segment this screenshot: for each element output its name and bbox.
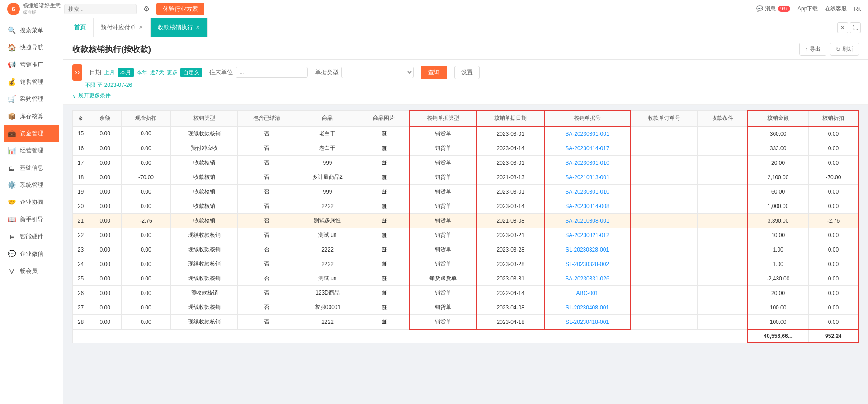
system-icon: ⚙️ bbox=[7, 181, 16, 189]
footer-verify-discount: 952.24 bbox=[808, 329, 859, 343]
row-receipt-order-no bbox=[630, 185, 698, 199]
row-verify-type: 预付冲应收 bbox=[171, 141, 238, 156]
row-verify-doc-no[interactable]: SL-20230328-002 bbox=[544, 257, 630, 271]
sidebar-item-operation[interactable]: 📊 经营管理 bbox=[0, 142, 63, 159]
tab-home[interactable]: 首页 bbox=[67, 18, 94, 37]
row-balance: 0.00 bbox=[89, 214, 122, 228]
row-include-settled: 否 bbox=[238, 126, 296, 141]
filter-date-range: 不限 至 2023-07-26 bbox=[72, 81, 859, 89]
row-verify-doc-no[interactable]: SA-20230331-026 bbox=[544, 271, 630, 286]
row-verify-doc-type: 销货单 bbox=[409, 242, 477, 257]
row-goods: 衣服00001 bbox=[296, 300, 359, 315]
sidebar-item-search[interactable]: 🔍 搜索菜单 bbox=[0, 22, 63, 39]
row-verify-doc-no[interactable]: SA-20210808-001 bbox=[544, 214, 630, 228]
sidebar-label-member: 畅会员 bbox=[20, 267, 38, 275]
sidebar-item-enterprise[interactable]: 🤝 企业协同 bbox=[0, 194, 63, 211]
main-content: 首页 预付冲应付单 ✕ 收款核销执行 ✕ ✕ ⛶ 收款核销执行(按收款) ↑ bbox=[63, 18, 868, 404]
row-balance: 0.00 bbox=[89, 170, 122, 185]
row-verify-discount: 0.00 bbox=[808, 315, 859, 330]
export-button[interactable]: ↑ 导出 bbox=[799, 43, 826, 56]
sidebar-item-sales[interactable]: 💰 销售管理 bbox=[0, 73, 63, 90]
row-verify-doc-no[interactable]: SA-20230314-008 bbox=[544, 199, 630, 214]
refresh-button[interactable]: ↻ 刷新 bbox=[830, 43, 859, 56]
this-month-link[interactable]: 本月 bbox=[118, 68, 134, 77]
row-verify-type: 收款核销 bbox=[171, 156, 238, 170]
online-service-link[interactable]: 在线客服 bbox=[825, 5, 847, 13]
table-footer-row: 40,556,66... 952.24 bbox=[73, 329, 859, 343]
table-row: 240.000.00现续收款核销否2222🖼销货单2023-03-28SL-20… bbox=[73, 257, 859, 271]
sidebar-item-member[interactable]: V 畅会员 bbox=[0, 262, 63, 280]
row-verify-doc-no[interactable]: ABC-001 bbox=[544, 286, 630, 300]
counterpart-input[interactable] bbox=[236, 67, 308, 78]
sidebar: 🔍 搜索菜单 🏠 快捷导航 📢 营销推广 💰 销售管理 🛒 采购管理 📦 库存核… bbox=[0, 18, 63, 404]
query-button[interactable]: 查询 bbox=[421, 66, 447, 79]
sidebar-item-purchase[interactable]: 🛒 采购管理 bbox=[0, 90, 63, 108]
sidebar-item-shortcut[interactable]: 🏠 快捷导航 bbox=[0, 39, 63, 56]
sidebar-item-finance[interactable]: 💼 资金管理 bbox=[4, 125, 59, 142]
row-no: 16 bbox=[73, 141, 89, 156]
more-link[interactable]: 更多 bbox=[167, 69, 178, 76]
row-include-settled: 否 bbox=[238, 156, 296, 170]
col-header-include-settled: 包含已结清 bbox=[238, 110, 296, 126]
sidebar-item-guide[interactable]: 📖 新手引导 bbox=[0, 211, 63, 228]
doc-type-select[interactable] bbox=[341, 67, 414, 78]
tab-receipt-close[interactable]: ✕ bbox=[196, 24, 200, 30]
row-no: 24 bbox=[73, 257, 89, 271]
row-verify-doc-no[interactable]: SL-20230418-001 bbox=[544, 315, 630, 330]
tab-receipt[interactable]: 收款核销执行 ✕ bbox=[151, 18, 208, 37]
row-verify-doc-no[interactable]: SA-20230301-010 bbox=[544, 185, 630, 199]
row-verify-amount: 1,000.00 bbox=[747, 199, 808, 214]
sidebar-item-inventory[interactable]: 📦 库存核算 bbox=[0, 108, 63, 125]
row-verify-doc-date: 2022-04-14 bbox=[476, 286, 544, 300]
row-balance: 0.00 bbox=[89, 199, 122, 214]
row-no: 15 bbox=[73, 126, 89, 141]
expand-row: ∨ 展开更多条件 bbox=[72, 92, 859, 100]
gear-button[interactable]: ⚙ bbox=[140, 3, 153, 15]
custom-link[interactable]: 自定义 bbox=[180, 68, 202, 77]
table-row: 160.000.00预付冲应收否老白干🖼销货单2023-04-14SA-2023… bbox=[73, 141, 859, 156]
tab-fullscreen-button[interactable]: ⛶ bbox=[850, 22, 861, 33]
row-receipt-condition bbox=[698, 170, 748, 185]
sidebar-item-marketing[interactable]: 📢 营销推广 bbox=[0, 56, 63, 73]
app-download-link[interactable]: App下载 bbox=[797, 5, 818, 13]
row-verify-doc-no[interactable]: SA-20210813-001 bbox=[544, 170, 630, 185]
col-header-gear[interactable]: ⚙ bbox=[73, 110, 89, 126]
row-include-settled: 否 bbox=[238, 315, 296, 330]
last7days-link[interactable]: 近7天 bbox=[150, 69, 164, 76]
row-verify-discount: 0.00 bbox=[808, 257, 859, 271]
row-goods-img: 🖼 bbox=[359, 126, 409, 141]
row-verify-doc-no[interactable]: SA-20230321-012 bbox=[544, 228, 630, 242]
row-verify-doc-no[interactable]: SL-20230408-001 bbox=[544, 300, 630, 315]
row-verify-doc-no[interactable]: SA-20230301-001 bbox=[544, 126, 630, 141]
tab-close-all-button[interactable]: ✕ bbox=[837, 22, 848, 33]
search-input[interactable] bbox=[64, 4, 137, 14]
this-year-link[interactable]: 本年 bbox=[137, 69, 147, 76]
row-receipt-condition bbox=[698, 214, 748, 228]
row-verify-doc-no[interactable]: SA-20230414-017 bbox=[544, 141, 630, 156]
sidebar-item-hardware[interactable]: 🖥 智能硬件 bbox=[0, 228, 63, 245]
row-verify-doc-no[interactable]: SL-20230328-001 bbox=[544, 242, 630, 257]
row-receipt-order-no bbox=[630, 300, 698, 315]
filter-collapse-button[interactable]: ›› bbox=[72, 64, 82, 81]
row-verify-doc-date: 2023-03-01 bbox=[476, 156, 544, 170]
row-goods-img: 🖼 bbox=[359, 156, 409, 170]
sidebar-item-basic[interactable]: 🗂 基础信息 bbox=[0, 159, 63, 176]
col-header-receipt-order-no: 收款单订单号 bbox=[630, 110, 698, 126]
industry-button[interactable]: 休验行业方案 bbox=[156, 3, 204, 15]
tab-prepay-close[interactable]: ✕ bbox=[139, 24, 143, 30]
messages-link[interactable]: 💬 消息 99+ bbox=[756, 5, 790, 13]
row-goods: 999 bbox=[296, 185, 359, 199]
sidebar-item-wechat[interactable]: 💬 企业微信 bbox=[0, 245, 63, 262]
sidebar-item-system[interactable]: ⚙️ 系统管理 bbox=[0, 176, 63, 194]
row-cash-discount: -70.00 bbox=[121, 170, 171, 185]
tab-prepay[interactable]: 预付冲应付单 ✕ bbox=[94, 18, 151, 37]
row-verify-doc-type: 销货单 bbox=[409, 156, 477, 170]
table-container[interactable]: ⚙ 余额 现金折扣 核销类型 包含已结清 商品 商品图片 核销单据类型 核销单据… bbox=[63, 105, 868, 404]
row-receipt-condition bbox=[698, 199, 748, 214]
last-month-link[interactable]: 上月 bbox=[104, 69, 115, 76]
row-verify-doc-no[interactable]: SA-20230301-010 bbox=[544, 156, 630, 170]
row-verify-doc-date: 2023-04-14 bbox=[476, 141, 544, 156]
row-verify-type: 现续收款核销 bbox=[171, 300, 238, 315]
settings-button[interactable]: 设置 bbox=[454, 66, 480, 79]
expand-conditions-button[interactable]: ∨ 展开更多条件 bbox=[72, 92, 859, 100]
